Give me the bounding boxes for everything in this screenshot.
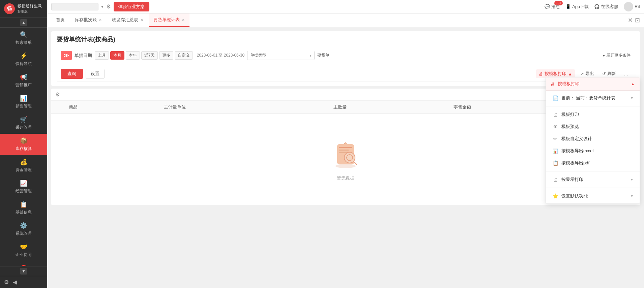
template-print-icon: 🖨 <box>553 112 558 117</box>
filter-expand-btn[interactable]: ≫ <box>61 51 72 60</box>
dropdown-set-default[interactable]: ⭐ 设置默认功能 ▾ <box>546 190 640 202</box>
topbar-gear-icon[interactable]: ⚙ <box>106 3 111 10</box>
date-btn-more[interactable]: 更多 <box>159 51 173 60</box>
col-goods: 商品 <box>65 101 160 114</box>
tab-collection-summary-close[interactable]: ✕ <box>140 18 143 22</box>
topbar-dropdown-arrow[interactable]: ▾ <box>101 4 104 9</box>
more-actions-button[interactable]: ... <box>621 70 631 78</box>
logo-icon: 畅 <box>4 3 15 14</box>
set-default-icon: ⭐ <box>553 193 558 199</box>
online-service-label: 在线客服 <box>601 4 618 10</box>
sidebar-item-search[interactable]: 🔍 搜索菜单 <box>0 28 47 49</box>
date-range-display: 2023-06-01 至 2023-06-30 <box>197 53 244 58</box>
sidebar-item-finance[interactable]: 💰 资金管理 <box>0 155 47 176</box>
sidebar-collapse-icon[interactable]: ◀ <box>13 279 17 285</box>
tab-home[interactable]: 首页 <box>51 13 69 27</box>
sales-icon: 📊 <box>20 95 27 102</box>
date-group: 上月 本月 本年 近7天 更多 自定义 <box>95 51 193 60</box>
collab-icon: 🤝 <box>20 243 27 251</box>
dropdown-close-arrow[interactable]: ▲ <box>631 82 635 86</box>
date-btn-custom[interactable]: 自定义 <box>175 51 193 60</box>
current-item-icon: 📄 <box>553 95 558 101</box>
tab-collection-summary-label: 收发存汇总表 <box>112 17 138 23</box>
topbar-search-input[interactable] <box>51 3 98 10</box>
dropdown-template-export-excel[interactable]: 📊 按模板导出excel <box>546 145 640 157</box>
sidebar-item-inventory[interactable]: 📦 库存核算 <box>0 134 47 155</box>
date-btn-this-year[interactable]: 本年 <box>126 51 140 60</box>
table-settings-icon[interactable]: ⚙ <box>55 91 60 98</box>
display-print-arrow: ▾ <box>631 177 633 182</box>
purchase-icon: 🛒 <box>20 116 27 123</box>
sidebar-item-operation[interactable]: 📈 经营管理 <box>0 176 47 197</box>
dropdown-section-current: 📄 当前： 当前：要货单统计表 ▾ <box>546 91 640 105</box>
dropdown-template-export-pdf[interactable]: 📋 按模板导出pdf <box>546 157 640 169</box>
dropdown-header[interactable]: 🖨 按模板打印 ▲ <box>546 77 640 91</box>
expand-more-label: 展开更多条件 <box>606 53 631 58</box>
user-avatar-button[interactable]: Rit <box>624 2 640 11</box>
date-btn-7days[interactable]: 近7天 <box>141 51 158 60</box>
finance-icon: 💰 <box>20 158 27 166</box>
dropdown-template-custom[interactable]: ✏ 模板自定义设计 <box>546 133 640 145</box>
settings-button[interactable]: 设置 <box>86 69 105 79</box>
dropdown-template-preview[interactable]: 👁 模板预览 <box>546 121 640 133</box>
sidebar-scroll-up[interactable]: ▲ <box>20 19 27 26</box>
tabs-expand-button[interactable]: ⊡ <box>635 17 640 24</box>
dropdown-template-print[interactable]: 🖨 模板打印 <box>546 108 640 121</box>
sidebar-item-marketing[interactable]: 📢 营销推广 <box>0 70 47 91</box>
page-title: 要货单统计表(按商品) <box>57 35 635 43</box>
set-default-arrow: ▾ <box>631 194 633 198</box>
sidebar-item-purchase[interactable]: 🛒 采购管理 <box>0 113 47 134</box>
sidebar-item-label: 系统管理 <box>16 231 32 236</box>
sidebar-nav: 🔍 搜索菜单 ⚡ 快捷导航 📢 营销推广 📊 销售管理 🛒 采购管理 📦 库存核… <box>0 28 47 266</box>
expand-more-button[interactable]: ▾ 展开更多条件 <box>603 53 631 58</box>
user-avatar <box>624 2 633 11</box>
sidebar-item-collab[interactable]: 🤝 企业协同 <box>0 240 47 261</box>
sidebar-item-quick-nav[interactable]: ⚡ 快捷导航 <box>0 49 47 70</box>
quick-nav-icon: ⚡ <box>20 52 27 60</box>
sidebar-bottom: ⚙ ◀ <box>0 276 47 288</box>
tab-order-stats-label: 要货单统计表 <box>153 17 180 23</box>
print-dropdown: 🖨 按模板打印 ▲ 📄 当前： 当前：要货单统计表 ▾ <box>546 77 640 204</box>
dropdown-current-item[interactable]: 📄 当前： 当前：要货单统计表 ▾ <box>546 92 640 104</box>
content-area: 要货单统计表(按商品) ≫ 单据日期 上月 本月 本年 近7天 更多 自定义 2… <box>47 27 644 288</box>
sidebar-item-label: 营销推广 <box>16 82 32 88</box>
app-download-button[interactable]: 📱 App下载 <box>565 4 589 10</box>
sidebar-scroll-down[interactable]: ▼ <box>20 268 27 275</box>
tab-collection-summary[interactable]: 收发存汇总表 ✕ <box>107 13 148 27</box>
sidebar-item-sales[interactable]: 📊 销售管理 <box>0 91 47 113</box>
sidebar-item-label: 搜索菜单 <box>16 40 32 45</box>
export-label: 导出 <box>585 71 594 77</box>
print-label: 按模板打印 <box>545 71 566 77</box>
tab-order-stats-close[interactable]: ✕ <box>182 18 185 22</box>
marketing-icon: 📢 <box>20 73 27 81</box>
current-prefix: 当前： <box>561 95 575 100</box>
current-item-arrow: ▾ <box>631 96 633 100</box>
dropdown-section-default: ⭐ 设置默认功能 ▾ <box>546 189 640 203</box>
messages-button[interactable]: 💬 消息 99+ <box>545 4 560 10</box>
order-goods-tag: 要货单 <box>317 53 329 58</box>
app-badge: 标准版 <box>18 9 42 14</box>
sidebar-item-basic[interactable]: 📋 基础信息 <box>0 197 47 219</box>
sidebar-item-guide[interactable]: 🎯 新手引导 <box>0 261 47 266</box>
tabs-close-all-button[interactable]: ✕ <box>628 17 633 24</box>
tab-inventory-batch-close[interactable]: ✕ <box>99 18 102 22</box>
query-button[interactable]: 查询 <box>61 69 83 79</box>
sidebar-settings-icon[interactable]: ⚙ <box>4 279 9 285</box>
online-service-button[interactable]: 🎧 在线客服 <box>594 4 618 10</box>
dropdown-header-label: 按模板打印 <box>558 81 580 87</box>
tab-inventory-batch[interactable]: 库存批次账 ✕ <box>70 13 107 27</box>
trial-button[interactable]: 体验行业方案 <box>114 2 149 11</box>
template-preview-icon: 👁 <box>553 124 558 129</box>
tab-home-label: 首页 <box>56 17 65 23</box>
date-btn-last-month[interactable]: 上月 <box>95 51 109 60</box>
order-type-select[interactable]: 单据类型 ▾ <box>247 51 315 60</box>
main-area: ▾ ⚙ 体验行业方案 💬 消息 99+ 📱 App下载 🎧 在线客服 Rit <box>47 0 644 288</box>
tabs-bar: 首页 库存批次账 ✕ 收发存汇总表 ✕ 要货单统计表 ✕ ✕ ⊡ <box>47 13 644 27</box>
sidebar-item-system[interactable]: ⚙️ 系统管理 <box>0 219 47 240</box>
operation-icon: 📈 <box>20 180 27 187</box>
search-icon: 🔍 <box>20 31 27 38</box>
tab-order-stats[interactable]: 要货单统计表 ✕ <box>149 13 189 27</box>
date-btn-this-month[interactable]: 本月 <box>110 51 124 60</box>
date-filter-label: 单据日期 <box>75 53 92 59</box>
dropdown-display-print[interactable]: 🖨 按显示打印 ▾ <box>546 173 640 186</box>
